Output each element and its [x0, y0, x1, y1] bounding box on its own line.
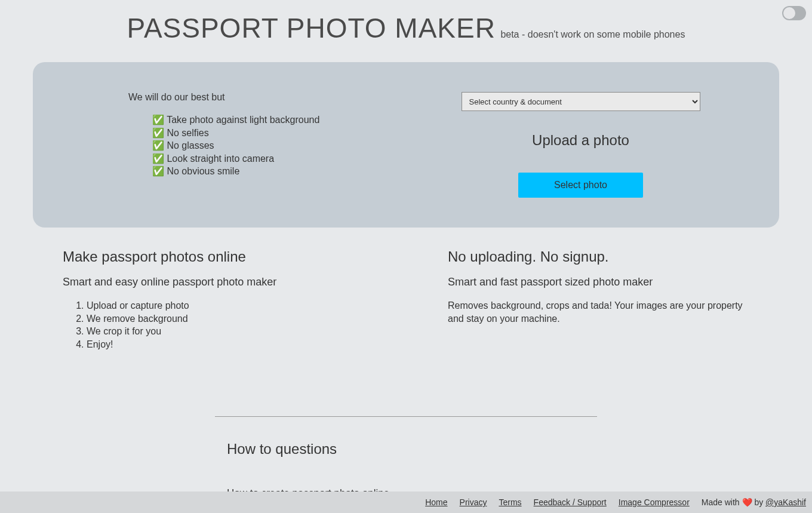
select-photo-button[interactable]: Select photo: [518, 173, 643, 198]
upload-heading: Upload a photo: [532, 132, 629, 149]
footer-link-compressor[interactable]: Image Compressor: [619, 497, 690, 507]
tips-section: We will do our best but ✅ Take photo aga…: [57, 92, 430, 198]
credit-author-link[interactable]: @yaKashif: [765, 497, 806, 507]
footer-link-terms[interactable]: Terms: [499, 497, 521, 507]
info-column-left: Make passport photos online Smart and ea…: [33, 248, 394, 351]
tip-item: ✅ No glasses: [152, 139, 430, 152]
step-item: Enjoy!: [87, 338, 364, 351]
main-panel: We will do our best but ✅ Take photo aga…: [33, 62, 779, 228]
info-columns: Make passport photos online Smart and ea…: [33, 248, 779, 351]
page-header: PASSPORT PHOTO MAKER beta - doesn't work…: [0, 0, 812, 50]
steps-list: Upload or capture photo We remove backgr…: [63, 299, 364, 351]
page-title: PASSPORT PHOTO MAKER: [127, 13, 496, 44]
step-item: Upload or capture photo: [87, 299, 364, 312]
info-left-heading: Make passport photos online: [63, 248, 364, 265]
tip-item: ✅ No obvious smile: [152, 165, 430, 178]
info-right-heading: No uploading. No signup.: [448, 248, 749, 265]
info-column-right: No uploading. No signup. Smart and fast …: [418, 248, 779, 351]
step-item: We crop it for you: [87, 325, 364, 338]
tips-list: ✅ Take photo against light background ✅ …: [128, 113, 430, 178]
footer-credit: Made with ❤️ by @yaKashif: [702, 497, 806, 507]
section-divider: [215, 416, 597, 417]
info-right-paragraph: Removes background, crops and tada! Your…: [448, 299, 749, 325]
upload-section: Select country & document Upload a photo…: [430, 92, 755, 198]
footer-link-home[interactable]: Home: [425, 497, 447, 507]
step-item: We remove background: [87, 312, 364, 325]
tip-item: ✅ Take photo against light background: [152, 113, 430, 127]
info-left-subheading: Smart and easy online passport photo mak…: [63, 276, 364, 288]
intro-text: We will do our best but: [128, 92, 430, 103]
footer-link-feedback[interactable]: Feedback / Support: [534, 497, 607, 507]
tip-item: ✅ Look straight into camera: [152, 152, 430, 165]
country-document-select[interactable]: Select country & document: [462, 92, 700, 111]
faq-heading: How to questions: [227, 441, 585, 457]
info-right-subheading: Smart and fast passport sized photo make…: [448, 276, 749, 288]
footer-link-privacy[interactable]: Privacy: [460, 497, 487, 507]
footer: Home Privacy Terms Feedback / Support Im…: [0, 492, 812, 513]
tip-item: ✅ No selfies: [152, 127, 430, 140]
credit-prefix: Made with ❤️ by: [702, 497, 765, 507]
theme-toggle[interactable]: [782, 6, 806, 20]
page-subtitle: beta - doesn't work on some mobile phone…: [500, 29, 685, 39]
faq-section: How to questions How to create passport …: [227, 441, 585, 499]
toggle-knob: [783, 7, 795, 19]
